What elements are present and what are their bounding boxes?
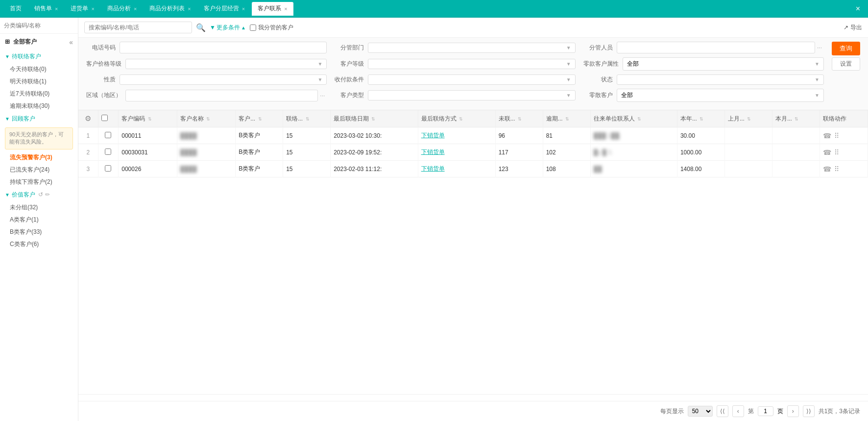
group-value-refresh[interactable]: ↺ [38, 191, 43, 198]
prev-page-button[interactable]: ‹ [732, 405, 744, 417]
cell-overdue: 81 [543, 127, 590, 144]
filter-select-customer-level[interactable]: ▼ [368, 59, 575, 69]
my-customers-checkbox[interactable] [250, 25, 256, 31]
my-customers-checkbox-label[interactable]: 我分管的客户 [250, 24, 293, 32]
th-last-month[interactable]: 上月... ⇅ [724, 110, 772, 127]
sidebar-item-tomorrow[interactable]: 明天待联络(1) [0, 75, 78, 88]
last-method-link[interactable]: 下销货单 [421, 132, 445, 139]
th-overdue[interactable]: 逾期... ⇅ [543, 110, 590, 127]
group-review-label: 回顾客户 [12, 115, 35, 123]
sidebar-group-pending[interactable]: ▼ 待联络客户 [0, 50, 78, 63]
tab-customer-layer[interactable]: 客户分层经营 × [198, 2, 251, 16]
sort-arrows-code: ⇅ [148, 117, 152, 122]
last-method-link[interactable]: 下销货单 [421, 149, 445, 155]
page-input[interactable] [758, 406, 773, 416]
sidebar-item-churned[interactable]: 已流失客户(24) [0, 164, 78, 176]
filter-select-type[interactable]: ▼ [368, 90, 575, 100]
sidebar-item-ungroup[interactable]: 未分组(32) [0, 201, 78, 214]
tab-sales-close[interactable]: × [55, 6, 58, 12]
th-last-date[interactable]: 最后联络日期 ⇅ [331, 110, 418, 127]
tab-analysis-close[interactable]: × [134, 6, 137, 12]
th-this-month[interactable]: 本月... ⇅ [772, 110, 820, 127]
tab-analysis-list[interactable]: 商品分析列表 × [144, 2, 196, 16]
th-name[interactable]: 客户名称 ⇅ [177, 110, 235, 127]
filter-select-retail[interactable]: 全部 ▼ [617, 89, 824, 102]
tab-customer-layer-close[interactable]: × [242, 6, 245, 12]
sidebar-search-input[interactable] [4, 22, 77, 29]
filter-search-input[interactable] [84, 22, 192, 33]
settings-button[interactable]: 设置 [832, 57, 860, 71]
last-page-button[interactable]: ⟩⟩ [803, 405, 815, 417]
tab-analysis-list-close[interactable]: × [188, 6, 191, 12]
select-all-checkbox[interactable] [101, 115, 108, 121]
th-contact[interactable]: 联络... ⇅ [283, 110, 331, 127]
filter-more-button[interactable]: ▼ 更多条件 ▲ [210, 24, 246, 32]
tab-customer-contact-close[interactable]: × [284, 6, 287, 12]
sidebar-item-7days[interactable]: 近7天待联络(0) [0, 88, 78, 100]
content-area: 🔍 ▼ 更多条件 ▲ 我分管的客户 ↗ 导出 [78, 18, 868, 421]
sidebar-group-value[interactable]: ▼ 价值客户 ↺ ✏ [0, 188, 78, 201]
sidebar-item-today[interactable]: 今天待联络(0) [0, 63, 78, 75]
horizontal-scrollbar[interactable] [78, 394, 868, 401]
action-more-icon[interactable]: ⠿ [834, 149, 839, 156]
sidebar-collapse-btn[interactable]: « [69, 38, 73, 46]
action-contact-icon[interactable]: ☎ [823, 149, 831, 156]
action-contact-icon[interactable]: ☎ [823, 165, 831, 173]
filter-select-price-level[interactable]: ▼ [125, 59, 327, 69]
sidebar-item-declining[interactable]: 持续下滑客户(2) [0, 176, 78, 188]
th-uncontacted[interactable]: 未联... ⇅ [495, 110, 543, 127]
th-this-year[interactable]: 本年... ⇅ [677, 110, 724, 127]
tab-sales[interactable]: 销售单 × [28, 2, 64, 16]
filter-select-retail-attr[interactable]: 全部 ▼ [623, 57, 824, 71]
tab-home[interactable]: 首页 [4, 2, 27, 16]
cell-action: ☎ ⠿ [820, 161, 868, 177]
filter-input-manager[interactable] [617, 42, 815, 53]
gear-icon[interactable]: ⚙ [85, 114, 91, 123]
ellipsis-icon[interactable]: ··· [815, 44, 824, 51]
ellipsis-icon-2[interactable]: ··· [318, 92, 327, 99]
sidebar-item-overdue[interactable]: 逾期未联络(30) [0, 100, 78, 112]
sidebar: 🔍 ⊞ 全部客户 « ▼ 待联络客户 今天待联络(0) 明天待联络(1) 近7天… [0, 18, 78, 421]
filter-select-status[interactable]: ▼ [617, 74, 824, 85]
action-more-icon[interactable]: ⠿ [834, 132, 839, 140]
action-more-icon[interactable]: ⠿ [834, 165, 839, 173]
tab-analysis[interactable]: 商品分析 × [101, 2, 143, 16]
sidebar-item-classB[interactable]: B类客户(33) [0, 226, 78, 238]
tab-purchase-close[interactable]: × [91, 6, 94, 12]
sidebar-item-churn-warning[interactable]: 流失预警客户(3) [0, 151, 78, 164]
filter-select-nature[interactable]: ▼ [120, 74, 327, 85]
filter-select-payment[interactable]: ▼ [368, 74, 575, 85]
group-value-edit[interactable]: ✏ [45, 191, 50, 198]
query-button[interactable]: 查询 [832, 42, 860, 55]
th-last-method[interactable]: 最后联络方式 ⇅ [418, 110, 495, 127]
th-code[interactable]: 客户编码 ⇅ [119, 110, 177, 127]
table-row: 2 00030031 ████ B类客户 15 2023-02-09 19:52… [78, 144, 868, 161]
next-page-button[interactable]: › [787, 405, 799, 417]
close-all-button[interactable]: × [852, 4, 864, 13]
filter-label-price-level: 客户价格等级 [86, 60, 121, 68]
filter-select-dept[interactable]: ▼ [368, 43, 575, 53]
th-type[interactable]: 客户... ⇅ [236, 110, 283, 127]
cell-seq: 3 [78, 161, 98, 177]
cell-contact: 15 [283, 144, 331, 161]
tab-sales-label: 销售单 [34, 4, 52, 13]
th-this-month-label: 本月... [775, 115, 792, 122]
sidebar-item-classC[interactable]: C类客户(6) [0, 238, 78, 250]
export-button[interactable]: ↗ 导出 [844, 24, 862, 32]
tab-purchase[interactable]: 进货单 × [65, 2, 100, 16]
first-page-button[interactable]: ⟨⟨ [717, 405, 728, 417]
sidebar-group-review[interactable]: ▼ 回顾客户 [0, 112, 78, 125]
filter-input-region[interactable] [125, 90, 318, 101]
sort-arrows-name: ⇅ [206, 117, 210, 122]
sidebar-item-classA[interactable]: A类客户(1) [0, 214, 78, 226]
row-checkbox-0[interactable] [105, 132, 111, 138]
th-contact2[interactable]: 往来单位联系人 ⇅ [590, 110, 677, 127]
per-page-select[interactable]: 50 100 200 [688, 406, 713, 417]
tab-customer-contact[interactable]: 客户联系 × [252, 2, 293, 16]
row-checkbox-2[interactable] [105, 165, 111, 172]
filter-input-phone[interactable] [120, 42, 327, 53]
filter-search-button[interactable]: 🔍 [196, 23, 206, 32]
action-contact-icon[interactable]: ☎ [823, 132, 831, 140]
row-checkbox-1[interactable] [105, 149, 111, 155]
last-method-link[interactable]: 下销货单 [421, 165, 445, 172]
